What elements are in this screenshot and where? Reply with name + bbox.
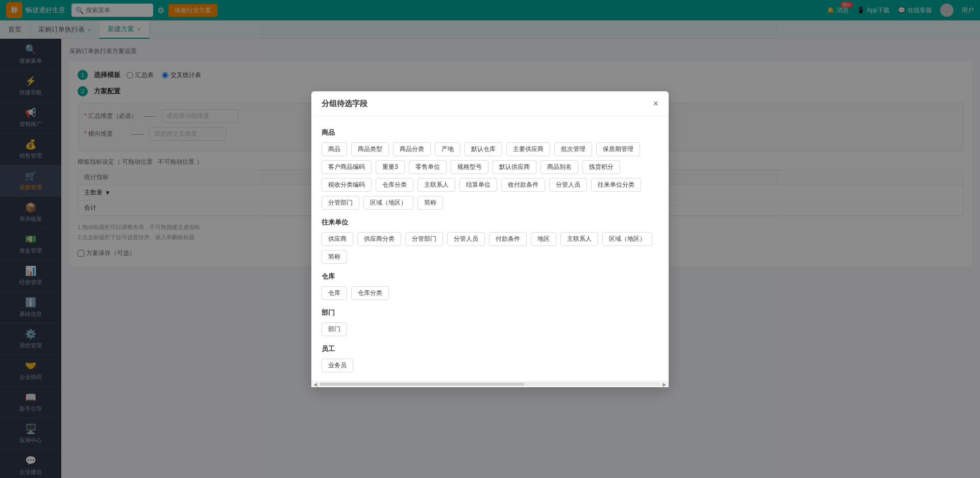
modal-title: 分组待选字段 <box>322 99 368 109</box>
chip-goods-type[interactable]: 商品类型 <box>351 142 389 156</box>
chip-department[interactable]: 部门 <box>322 322 347 336</box>
chip-default-warehouse[interactable]: 默认仓库 <box>464 142 502 156</box>
field-chips-staff: 业务员 <box>322 359 658 372</box>
modal-bottom-scroll: ◀ ▶ <box>311 381 669 387</box>
chip-main-supplier[interactable]: 主要供应商 <box>506 142 550 156</box>
section-title-warehouse: 仓库 <box>322 272 658 281</box>
chip-salesperson[interactable]: 业务员 <box>322 359 353 372</box>
chip-tax-code[interactable]: 税收分类编码 <box>322 178 372 192</box>
chip-goods-category[interactable]: 商品分类 <box>393 142 431 156</box>
chip-payment-terms[interactable]: 收付款条件 <box>501 178 545 192</box>
chip-pick-points[interactable]: 拣货积分 <box>582 160 620 174</box>
section-title-department: 部门 <box>322 308 658 317</box>
h-scroll-right[interactable]: ▶ <box>663 382 667 387</box>
field-chips-partner: 供应商 供应商分类 分管部门 分管人员 付款条件 地区 主联系人 区域（地区） … <box>322 232 658 264</box>
chip-area[interactable]: 地区 <box>531 232 556 246</box>
chip-payment-condition[interactable]: 付款条件 <box>489 232 527 246</box>
chip-warehouse-cat[interactable]: 仓库分类 <box>351 286 389 300</box>
section-title-partner: 往来单位 <box>322 218 658 227</box>
modal-body: 商品 商品 商品类型 商品分类 产地 默认仓库 主要供应商 批次管理 保质期管理… <box>311 116 669 381</box>
chip-origin[interactable]: 产地 <box>435 142 460 156</box>
field-chips-goods: 商品 商品类型 商品分类 产地 默认仓库 主要供应商 批次管理 保质期管理 客户… <box>322 142 658 210</box>
chip-spec-model[interactable]: 规格型号 <box>451 160 488 174</box>
chip-goods[interactable]: 商品 <box>322 142 347 156</box>
chip-warehouse-category[interactable]: 仓库分类 <box>376 178 413 192</box>
chip-region-goods[interactable]: 区域（地区） <box>363 196 413 210</box>
chip-manager[interactable]: 分管人员 <box>549 178 587 192</box>
chip-main-contact[interactable]: 主联系人 <box>418 178 455 192</box>
chip-warehouse[interactable]: 仓库 <box>322 286 347 300</box>
chip-expiry-mgmt[interactable]: 保质期管理 <box>596 142 640 156</box>
chip-supplier-category[interactable]: 供应商分类 <box>357 232 401 246</box>
field-selection-modal: 分组待选字段 × 商品 商品 商品类型 商品分类 产地 默认仓库 主要供应商 批… <box>311 91 669 387</box>
chip-staff-partner[interactable]: 分管人员 <box>447 232 485 246</box>
section-title-staff: 员工 <box>322 344 658 354</box>
chip-batch-mgmt[interactable]: 批次管理 <box>554 142 592 156</box>
chip-dept-mgmt[interactable]: 分管部门 <box>322 196 359 210</box>
modal-overlay: 分组待选字段 × 商品 商品 商品类型 商品分类 产地 默认仓库 主要供应商 批… <box>0 0 980 478</box>
chip-short-name-partner[interactable]: 简称 <box>322 250 347 264</box>
chip-short-name-goods[interactable]: 简称 <box>418 196 443 210</box>
h-scroll-left[interactable]: ◀ <box>313 382 317 387</box>
chip-settlement-unit[interactable]: 结算单位 <box>459 178 497 192</box>
modal-close-button[interactable]: × <box>653 98 658 109</box>
chip-partner-category[interactable]: 往来单位分类 <box>591 178 641 192</box>
h-scroll-track <box>320 383 660 386</box>
chip-dept-partner[interactable]: 分管部门 <box>405 232 443 246</box>
chip-goods-alias[interactable]: 商品别名 <box>541 160 578 174</box>
chip-default-supplier[interactable]: 默认供应商 <box>493 160 536 174</box>
chip-weight3[interactable]: 重量3 <box>376 160 405 174</box>
chip-customer-goods-code[interactable]: 客户商品编码 <box>322 160 372 174</box>
field-chips-department: 部门 <box>322 322 658 336</box>
h-scroll-thumb <box>320 383 524 386</box>
chip-retail-unit[interactable]: 零售单位 <box>409 160 447 174</box>
chip-main-contact-partner[interactable]: 主联系人 <box>560 232 598 246</box>
chip-region-partner[interactable]: 区域（地区） <box>602 232 652 246</box>
modal-header: 分组待选字段 × <box>311 91 669 116</box>
field-chips-warehouse: 仓库 仓库分类 <box>322 286 658 300</box>
chip-supplier[interactable]: 供应商 <box>322 232 353 246</box>
section-title-goods: 商品 <box>322 128 658 137</box>
